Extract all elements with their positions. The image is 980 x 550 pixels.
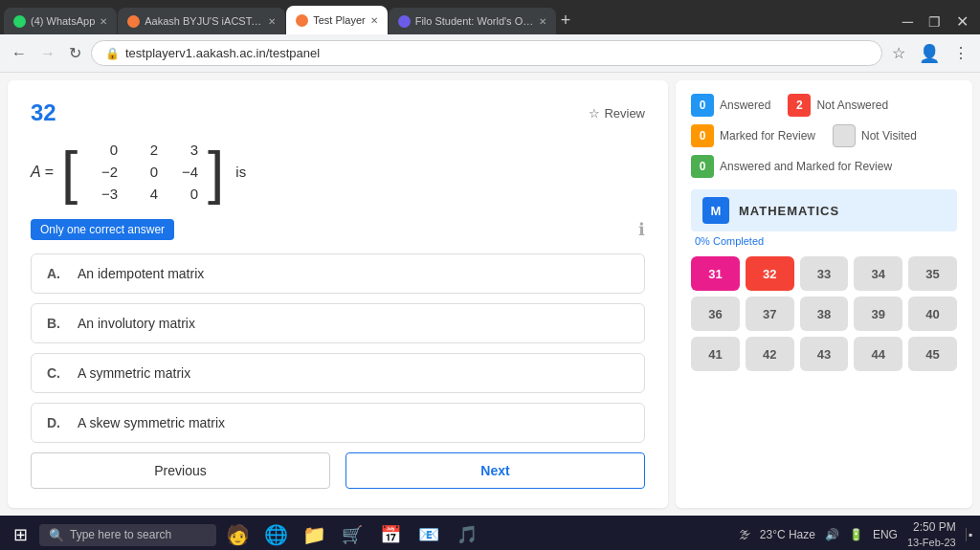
refresh-button[interactable]: ↻	[65, 40, 85, 66]
option-text-d: A skew symmetric matrix	[78, 415, 225, 430]
new-tab-button[interactable]: +	[561, 11, 571, 34]
tab-label: Test Player	[313, 14, 365, 26]
q-btn-35[interactable]: 35	[908, 256, 957, 291]
taskbar-icon-edge[interactable]: 🌐	[258, 517, 293, 550]
option-label-b: B.	[47, 316, 68, 331]
q-btn-33[interactable]: 33	[800, 256, 849, 291]
weather-text: 23°C Haze	[760, 528, 815, 541]
legend-answered: 0 Answered	[691, 94, 770, 117]
answered-label: Answered	[720, 99, 770, 112]
q-btn-36[interactable]: 36	[691, 297, 740, 331]
q-btn-34[interactable]: 34	[854, 256, 902, 291]
review-button[interactable]: ☆ Review	[589, 106, 645, 121]
tab-aakash[interactable]: Aakash BYJU'S iACST: Online Inst… ✕	[118, 8, 285, 34]
tab-testplayer[interactable]: Test Player ✕	[286, 6, 387, 34]
legend-not-visited: Not Visited	[833, 124, 917, 147]
taskbar: ⊞ 🔍 Type here to search 🧑 🌐 📁 🛒 📅 📧 🎵 🌫 …	[0, 516, 980, 550]
q-btn-37[interactable]: 37	[746, 297, 794, 331]
close-icon[interactable]: ✕	[100, 16, 107, 27]
option-d[interactable]: D. A skew symmetric matrix	[31, 403, 645, 443]
next-button[interactable]: Next	[345, 452, 645, 489]
forward-button[interactable]: →	[36, 41, 59, 66]
close-icon[interactable]: ✕	[539, 16, 546, 27]
q-btn-39[interactable]: 39	[854, 297, 902, 331]
clock: 2:50 PM 13-Feb-23	[907, 520, 956, 549]
option-text-b: An involutory matrix	[78, 316, 195, 331]
search-icon: 🔍	[49, 528, 64, 542]
search-placeholder: Type here to search	[70, 528, 171, 541]
q-btn-31[interactable]: 31	[691, 256, 740, 291]
question-grid: 31 32 33 34 35 36 37 38 39 40 41 42 43 4…	[691, 256, 957, 371]
volume-icon[interactable]: 🔊	[825, 528, 839, 541]
close-icon[interactable]: ✕	[268, 16, 276, 27]
answer-type-badge: Only one correct answer	[31, 219, 174, 240]
not-answered-label: Not Answered	[816, 99, 888, 112]
progress-text: 0% Completed	[691, 235, 957, 247]
right-panel: 0 Answered 2 Not Answered 0 Marked for R…	[676, 80, 972, 508]
option-label-a: A.	[47, 266, 68, 281]
tab-filo[interactable]: Filo Student: World's Only Live In… ✕	[389, 8, 556, 34]
matrix-right-bracket: ]	[208, 143, 224, 202]
matrix-label: A =	[31, 164, 54, 181]
profile-button[interactable]: 👤	[915, 39, 944, 68]
option-c[interactable]: C. A symmetric matrix	[31, 353, 645, 393]
menu-button[interactable]: ⋮	[949, 40, 972, 66]
taskbar-icon-app1[interactable]: 📅	[373, 517, 408, 550]
question-panel: 32 ☆ Review A = [ 0 2 3 −2 0 −4 −3 4	[8, 80, 668, 508]
q-btn-41[interactable]: 41	[691, 337, 740, 371]
subject-icon: M	[702, 197, 729, 224]
option-label-d: D.	[47, 415, 68, 430]
time-display: 2:50 PM	[907, 520, 956, 536]
language-indicator: ENG	[873, 528, 898, 541]
taskbar-icon-person[interactable]: 🧑	[220, 517, 255, 550]
start-button[interactable]: ⊞	[6, 520, 35, 549]
url-text: testplayerv1.aakash.ac.in/testpanel	[125, 46, 320, 60]
option-b[interactable]: B. An involutory matrix	[31, 303, 645, 343]
subject-header: M MATHEMATICS	[691, 189, 957, 231]
q-btn-43[interactable]: 43	[800, 337, 849, 371]
subject-name: MATHEMATICS	[739, 204, 839, 218]
matrix-suffix: is	[235, 164, 246, 180]
lock-icon: 🔒	[105, 47, 120, 60]
window-close[interactable]: ✕	[948, 12, 976, 31]
back-button[interactable]: ←	[8, 41, 31, 66]
q-btn-42[interactable]: 42	[746, 337, 794, 371]
legend-marked: 0 Marked for Review	[691, 124, 815, 147]
bookmark-button[interactable]: ☆	[888, 40, 909, 66]
option-text-a: An idempotent matrix	[78, 266, 204, 281]
taskbar-icon-folder[interactable]: 📁	[297, 517, 331, 550]
taskbar-icon-app2[interactable]: 📧	[412, 517, 446, 550]
q-btn-44[interactable]: 44	[854, 337, 902, 371]
window-restore[interactable]: ❐	[921, 12, 948, 31]
option-text-c: A symmetric matrix	[78, 365, 190, 381]
tab-label: Filo Student: World's Only Live In…	[415, 15, 534, 27]
taskbar-icon-store[interactable]: 🛒	[335, 517, 369, 550]
question-body: A = [ 0 2 3 −2 0 −4 −3 4 0 ] is	[31, 140, 645, 204]
info-icon[interactable]: ℹ	[638, 219, 645, 240]
q-btn-38[interactable]: 38	[800, 297, 849, 331]
option-a[interactable]: A. An idempotent matrix	[31, 253, 645, 294]
not-visited-label: Not Visited	[861, 129, 917, 143]
tab-label: Aakash BYJU'S iACST: Online Inst…	[145, 15, 263, 27]
show-desktop-button[interactable]: ▪	[966, 528, 974, 541]
star-icon: ☆	[589, 106, 600, 121]
question-number: 32	[31, 99, 56, 126]
search-bar[interactable]: 🔍 Type here to search	[39, 524, 216, 546]
address-bar[interactable]: 🔒 testplayerv1.aakash.ac.in/testpanel	[91, 40, 882, 66]
date-display: 13-Feb-23	[907, 536, 956, 549]
tab-label: (4) WhatsApp	[31, 15, 95, 27]
taskbar-icon-app3[interactable]: 🎵	[450, 517, 484, 550]
battery-icon: 🔋	[849, 528, 863, 541]
legend-answered-marked: 0 Answered and Marked for Review	[691, 155, 892, 178]
window-minimize[interactable]: ─	[895, 12, 921, 31]
tab-whatsapp[interactable]: (4) WhatsApp ✕	[4, 8, 117, 34]
option-label-c: C.	[47, 365, 68, 381]
q-btn-32[interactable]: 32	[746, 256, 794, 291]
q-btn-40[interactable]: 40	[908, 297, 957, 331]
matrix-left-bracket: [	[61, 143, 78, 202]
close-icon[interactable]: ✕	[370, 15, 378, 26]
legend-not-answered: 2 Not Answered	[788, 94, 888, 117]
marked-label: Marked for Review	[720, 129, 815, 143]
previous-button[interactable]: Previous	[31, 452, 330, 489]
q-btn-45[interactable]: 45	[908, 337, 957, 371]
